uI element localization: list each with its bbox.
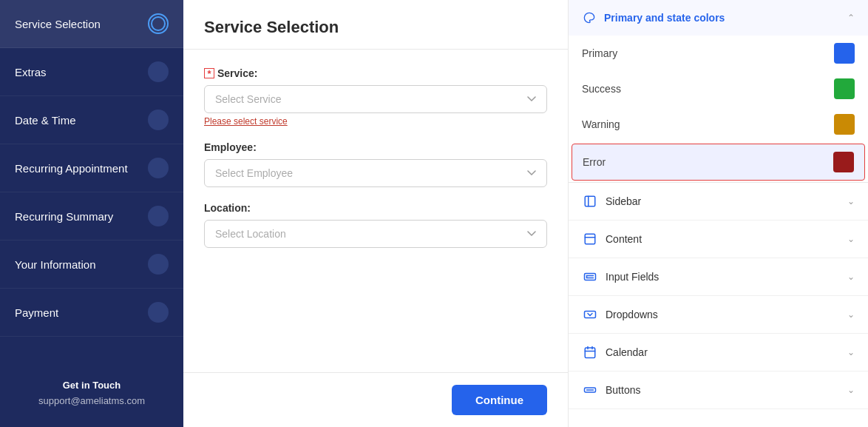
sidebar-item-label: Your Information (15, 258, 96, 271)
service-form-group: * Service: Select Service Please select … (204, 67, 547, 127)
color-swatch-success[interactable] (834, 78, 855, 99)
footer-title: Get in Touch (15, 378, 169, 394)
sidebar-step-icon-active (148, 13, 169, 34)
panel-item-buttons[interactable]: Buttons ⌄ (569, 371, 868, 409)
main-footer: Continue (183, 372, 568, 427)
service-label: * Service: (204, 67, 547, 79)
color-row-error: Error (572, 144, 865, 181)
main-header: Service Selection (183, 0, 568, 50)
main-body: * Service: Select Service Please select … (183, 50, 568, 372)
color-label-primary: Primary (582, 47, 617, 59)
main-panel: Service Selection * Service: Select Serv… (183, 0, 568, 427)
panel-input-fields-title: Input Fields (582, 269, 659, 285)
input-fields-icon (582, 269, 598, 285)
sidebar-item-recurring-summary[interactable]: Recurring Summary (0, 192, 183, 241)
service-select[interactable]: Select Service (204, 85, 547, 113)
sidebar-item-label: Service Selection (15, 18, 101, 30)
primary-colors-section: Primary and state colors ⌃ Primary Succe… (569, 0, 868, 183)
sidebar-item-extras[interactable]: Extras (0, 48, 183, 96)
employee-form-group: Employee: Select Employee (204, 141, 547, 187)
sidebar-item-service-selection[interactable]: Service Selection (0, 0, 183, 48)
panel-buttons-title: Buttons (582, 382, 640, 398)
color-swatch-primary[interactable] (834, 43, 855, 64)
content-layout-icon (582, 231, 598, 247)
sidebar-step-icon (148, 110, 169, 130)
sidebar-item-label: Recurring Appointment (15, 162, 128, 175)
svg-rect-0 (585, 196, 595, 206)
panel-item-content[interactable]: Content ⌄ (569, 221, 868, 258)
panel-content-title: Content (582, 231, 642, 247)
employee-label: Employee: (204, 141, 547, 153)
sidebar: Service Selection Extras Date & Time Rec… (0, 0, 183, 427)
service-error-message: Please select service (204, 116, 547, 127)
buttons-icon (582, 382, 598, 398)
location-form-group: Location: Select Location (204, 202, 547, 248)
svg-rect-9 (585, 348, 595, 358)
panel-item-calendar[interactable]: Calendar ⌄ (569, 334, 868, 371)
sidebar-item-payment[interactable]: Payment (0, 289, 183, 337)
color-row-warning: Warning (569, 107, 868, 142)
sidebar-step-icon (148, 302, 169, 323)
color-row-primary: Primary (569, 36, 868, 71)
required-star: * (204, 68, 214, 78)
location-select[interactable]: Select Location (204, 220, 547, 248)
svg-rect-8 (585, 312, 596, 318)
sidebar-item-label: Recurring Summary (15, 210, 113, 223)
svg-rect-2 (585, 234, 595, 244)
chevron-up-icon: ⌃ (847, 13, 855, 23)
color-swatch-warning[interactable] (834, 114, 855, 135)
sidebar-item-label: Extras (15, 66, 47, 78)
sidebar-item-label: Payment (15, 306, 58, 319)
palette-icon (582, 10, 597, 25)
color-label-warning: Warning (582, 118, 620, 130)
chevron-down-icon: ⌄ (847, 385, 855, 395)
panel-dropdowns-title: Dropdowns (582, 306, 658, 323)
right-panel: Primary and state colors ⌃ Primary Succe… (568, 0, 868, 427)
sidebar-step-icon (148, 206, 169, 226)
employee-select[interactable]: Select Employee (204, 159, 547, 187)
sidebar-step-icon (148, 158, 169, 178)
sidebar-layout-icon (582, 193, 598, 209)
primary-colors-header[interactable]: Primary and state colors ⌃ (569, 0, 868, 36)
chevron-down-icon: ⌄ (847, 272, 855, 282)
sidebar-step-icon (148, 61, 169, 82)
color-label-success: Success (582, 83, 621, 95)
dropdowns-icon (582, 306, 598, 323)
color-swatch-error[interactable] (833, 152, 854, 172)
sidebar-item-date-time[interactable]: Date & Time (0, 96, 183, 144)
chevron-down-icon: ⌄ (847, 347, 855, 357)
calendar-icon (582, 344, 598, 360)
continue-button[interactable]: Continue (452, 385, 547, 415)
panel-item-sidebar[interactable]: Sidebar ⌄ (569, 183, 868, 221)
sidebar-footer: Get in Touch support@ameliatms.com (0, 360, 183, 427)
sidebar-step-icon (148, 254, 169, 275)
sidebar-item-label: Date & Time (15, 114, 76, 127)
color-row-success: Success (569, 71, 868, 107)
panel-sidebar-title: Sidebar (582, 193, 641, 209)
primary-colors-title: Primary and state colors (582, 10, 725, 25)
page-title: Service Selection (204, 18, 547, 37)
chevron-down-icon: ⌄ (847, 196, 855, 206)
footer-email: support@ameliatms.com (15, 394, 169, 409)
chevron-down-icon: ⌄ (847, 234, 855, 244)
color-label-error: Error (583, 156, 606, 168)
location-label: Location: (204, 202, 547, 214)
sidebar-item-your-information[interactable]: Your Information (0, 241, 183, 289)
panel-item-dropdowns[interactable]: Dropdowns ⌄ (569, 296, 868, 334)
chevron-down-icon: ⌄ (847, 309, 855, 320)
panel-item-input-fields[interactable]: Input Fields ⌄ (569, 258, 868, 296)
sidebar-item-recurring-appointment[interactable]: Recurring Appointment (0, 144, 183, 192)
panel-calendar-title: Calendar (582, 344, 648, 360)
